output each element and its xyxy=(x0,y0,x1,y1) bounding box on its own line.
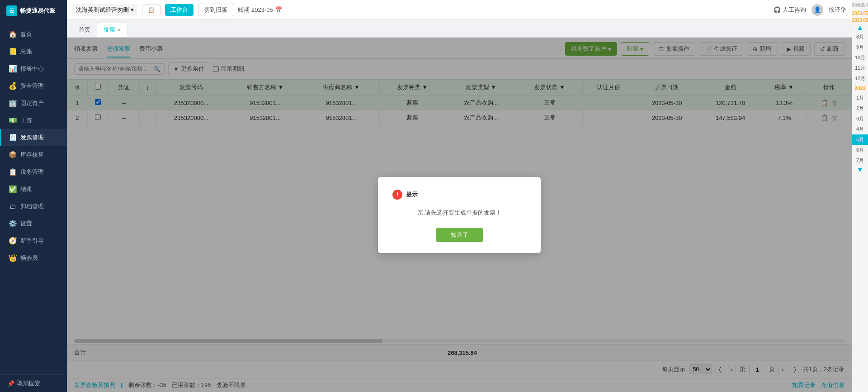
dialog-title-text: 提示 xyxy=(406,191,418,199)
tab-invoice-label: 发票 xyxy=(104,26,115,34)
main-area: 沈海英测试经营勿删 ▾ 📋 工作台 切到旧版 账期 2023-05 📅 🎧 人工… xyxy=(67,0,852,392)
sidebar-item-close-label: 结账 xyxy=(20,185,32,193)
sidebar-item-tax-label: 税务管理 xyxy=(20,168,44,176)
company-name: 沈海英测试经营勿删 xyxy=(76,6,129,14)
sidebar-item-guide[interactable]: 🧭 新手引导 xyxy=(0,232,67,249)
period-month-3[interactable]: 3月 xyxy=(852,114,868,124)
sidebar-item-reports-label: 报表中心 xyxy=(20,65,44,73)
sidebar-item-finance-label: 资金管理 xyxy=(20,82,44,90)
period-month-9[interactable]: 9月 xyxy=(852,42,868,53)
dropdown-icon: ▾ xyxy=(131,6,134,13)
period-year-label: 2023 xyxy=(852,84,868,93)
sidebar-item-ledger[interactable]: 📒 总账 xyxy=(0,43,67,60)
period-month-8[interactable]: 8月 xyxy=(852,32,868,42)
dialog-footer: 知道了 xyxy=(392,228,526,242)
period-year-top: 2023.05 xyxy=(852,10,868,17)
sidebar-item-member-label: 畅会员 xyxy=(20,254,38,262)
inventory-icon: 📦 xyxy=(9,151,17,159)
reports-icon: 📊 xyxy=(9,65,17,73)
sidebar-item-finance[interactable]: 💰 资金管理 xyxy=(0,77,67,95)
header-right: 🎧 人工咨询 👤 徐泽华 xyxy=(774,4,846,16)
workspace-btn[interactable]: 工作台 xyxy=(165,4,193,16)
period-month-2[interactable]: 2月 xyxy=(852,103,868,114)
tab-home-label: 首页 xyxy=(79,26,90,34)
period-panel: 期间选择 2023.05 2023.05 ▲ 8月 9月 10月 11月 12月… xyxy=(852,0,868,392)
switch-old-btn[interactable]: 切到旧版 xyxy=(198,4,233,16)
period-month-12[interactable]: 12月 xyxy=(852,73,868,84)
period-panel-header: 期间选择 xyxy=(852,0,868,10)
sidebar-item-invoice[interactable]: 🧾 发票管理 xyxy=(0,129,67,146)
tab-home[interactable]: 首页 xyxy=(72,23,97,37)
tax-icon: 📋 xyxy=(9,168,17,176)
ledger-icon: 📒 xyxy=(9,48,17,56)
period-month-4[interactable]: 4月 xyxy=(852,124,868,134)
sidebar-item-home[interactable]: 🏠 首页 xyxy=(0,26,67,43)
period-month-10[interactable]: 10月 xyxy=(852,53,868,63)
sidebar-item-salary[interactable]: 💵 工资 xyxy=(0,112,67,129)
sidebar-item-assets-label: 固定资产 xyxy=(20,99,44,107)
guide-icon: 🧭 xyxy=(9,237,17,245)
period-year-top2: 2023.05 xyxy=(852,17,868,24)
close-period-icon: ✅ xyxy=(9,185,17,193)
sidebar-item-inventory[interactable]: 📦 库存核算 xyxy=(0,146,67,163)
sidebar-item-inventory-label: 库存核算 xyxy=(20,151,44,159)
finance-icon: 💰 xyxy=(9,82,17,90)
period-display: 账期 2023-05 📅 xyxy=(238,6,282,14)
salary-icon: 💵 xyxy=(9,116,17,124)
sidebar-item-invoice-label: 发票管理 xyxy=(20,134,44,142)
copy-btn[interactable]: 📋 xyxy=(142,5,160,15)
period-down-arrow[interactable]: ▼ xyxy=(857,166,864,174)
sidebar-item-tax[interactable]: 📋 税务管理 xyxy=(0,163,67,181)
archive-icon: 🗂 xyxy=(9,203,17,210)
sidebar-item-member[interactable]: 👑 畅会员 xyxy=(0,249,67,267)
sidebar: 云 畅捷通易代账 🏠 首页 📒 总账 📊 报表中心 💰 资金管理 🏢 固定资产 … xyxy=(0,0,67,392)
sidebar-item-close[interactable]: ✅ 结账 xyxy=(0,181,67,198)
header: 沈海英测试经营勿删 ▾ 📋 工作台 切到旧版 账期 2023-05 📅 🎧 人工… xyxy=(67,0,852,20)
dialog-title-area: ! 提示 xyxy=(392,190,526,200)
tab-close-icon[interactable]: ✕ xyxy=(117,27,121,33)
sidebar-item-salary-label: 工资 xyxy=(20,116,32,124)
dialog: ! 提示 亲,请先选择要生成单据的发票！ 知道了 xyxy=(378,177,541,253)
period-label: 账期 xyxy=(238,6,250,14)
app-name: 畅捷通易代账 xyxy=(20,7,55,15)
sidebar-item-ledger-label: 总账 xyxy=(20,48,32,56)
invoice-icon: 🧾 xyxy=(9,134,17,142)
tab-invoice[interactable]: 发票 ✕ xyxy=(97,23,128,37)
period-month-11[interactable]: 11月 xyxy=(852,63,868,73)
period-month-1[interactable]: 1月 xyxy=(852,93,868,103)
logo-icon: 云 xyxy=(6,5,17,16)
sidebar-item-settings[interactable]: ⚙️ 设置 xyxy=(0,215,67,232)
cancel-pin-label: 取消固定 xyxy=(17,379,41,387)
calendar-icon[interactable]: 📅 xyxy=(275,6,282,13)
sidebar-item-home-label: 首页 xyxy=(20,30,32,38)
period-month-7[interactable]: 7月 xyxy=(852,155,868,166)
dialog-message: 亲,请先选择要生成单据的发票！ xyxy=(392,209,526,217)
app-logo: 云 畅捷通易代账 xyxy=(0,0,67,22)
member-icon: 👑 xyxy=(9,254,17,262)
warning-icon: ! xyxy=(392,190,402,200)
headset-icon: 🎧 xyxy=(774,6,781,13)
cancel-pin-btn[interactable]: 📌 取消固定 xyxy=(0,374,67,392)
pin-icon: 📌 xyxy=(7,380,14,387)
sidebar-item-settings-label: 设置 xyxy=(20,220,32,228)
period-month-6[interactable]: 6月 xyxy=(852,145,868,155)
dialog-confirm-btn[interactable]: 知道了 xyxy=(436,228,483,242)
period-month-5[interactable]: 5月 xyxy=(852,134,868,145)
sidebar-item-reports[interactable]: 📊 报表中心 xyxy=(0,60,67,77)
user-name[interactable]: 徐泽华 xyxy=(829,6,846,14)
home-icon: 🏠 xyxy=(9,30,17,38)
sidebar-item-guide-label: 新手引导 xyxy=(20,237,44,245)
period-up-arrow[interactable]: ▲ xyxy=(857,24,864,32)
settings-icon: ⚙️ xyxy=(9,220,17,228)
sidebar-item-archive[interactable]: 🗂 归档管理 xyxy=(0,198,67,215)
sidebar-item-assets[interactable]: 🏢 固定资产 xyxy=(0,95,67,112)
sidebar-item-archive-label: 归档管理 xyxy=(20,202,44,210)
tabs-bar: 首页 发票 ✕ xyxy=(67,20,852,38)
content-area: 销项发票 进项发票 费用小票 税务数字账户 ▾ 取票 ▾ ☰ 批量操作 xyxy=(67,38,852,392)
dialog-overlay: ! 提示 亲,请先选择要生成单据的发票！ 知道了 xyxy=(67,38,852,392)
period-value: 2023-05 xyxy=(251,6,273,13)
sidebar-nav: 🏠 首页 📒 总账 📊 报表中心 💰 资金管理 🏢 固定资产 💵 工资 🧾 发票… xyxy=(0,22,67,374)
service-btn[interactable]: 🎧 人工咨询 xyxy=(774,6,806,14)
company-selector[interactable]: 沈海英测试经营勿删 ▾ xyxy=(72,4,137,16)
assets-icon: 🏢 xyxy=(9,99,17,107)
